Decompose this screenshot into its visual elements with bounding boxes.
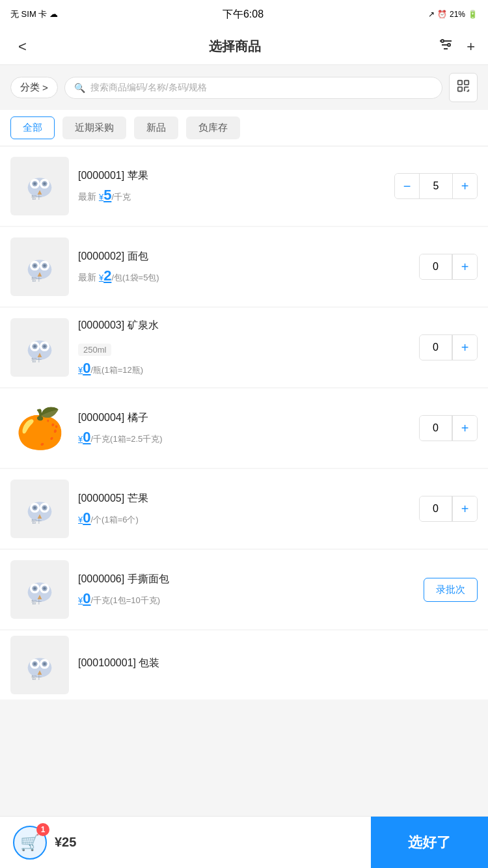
svg-point-17 [33, 182, 36, 185]
page-title: 选择商品 [209, 38, 261, 55]
tab-new[interactable]: 新品 [134, 116, 178, 139]
svg-point-36 [43, 345, 46, 347]
product-info: [000100001] 包装 [78, 657, 478, 674]
product-name: [0000003] 矿泉水 [78, 319, 410, 332]
list-item: 智十 [0000006] 手撕面包 ¥0/千克(1包=10千克) 录批次 [0, 550, 488, 629]
chevron-right-icon: > [42, 82, 48, 93]
product-thumbnail: 智十 [10, 636, 69, 694]
increase-button[interactable]: + [452, 174, 477, 198]
svg-rect-7 [458, 87, 462, 91]
bottom-bar: 🛒 1 ¥25 选好了 [0, 816, 488, 868]
quantity-input[interactable] [420, 496, 452, 521]
svg-point-26 [33, 264, 36, 267]
svg-rect-6 [465, 81, 468, 85]
status-time: 下午6:08 [223, 8, 264, 21]
list-item: 智十 [000100001] 包装 [0, 631, 488, 699]
svg-text:智十: 智十 [31, 357, 42, 363]
quantity-control: + [419, 254, 478, 280]
svg-text:智十: 智十 [31, 519, 42, 524]
product-price: 最新 ¥2/包(1袋=5包) [78, 267, 410, 284]
status-bar: 无 SIM 卡 ☁ 下午6:08 ↗ ⏰ 21% 🔋 [0, 0, 488, 29]
product-price: ¥0/瓶(1箱=12瓶) [78, 360, 410, 377]
increase-button[interactable]: + [452, 496, 477, 521]
increase-button[interactable]: + [452, 254, 477, 279]
search-icon: 🔍 [74, 83, 85, 93]
alarm-icon: ⏰ [437, 10, 447, 19]
tab-negative[interactable]: 负库存 [186, 116, 240, 139]
product-info: [0000001] 苹果 最新 ¥5/千克 [78, 169, 385, 204]
tab-recent[interactable]: 近期采购 [62, 116, 126, 139]
nav-bar: < 选择商品 + [0, 29, 488, 65]
svg-text:智十: 智十 [31, 675, 42, 681]
svg-point-62 [33, 662, 36, 665]
list-item: 智十 [0000001] 苹果 最新 ¥5/千克 − + [0, 146, 488, 226]
svg-point-45 [43, 506, 46, 509]
svg-point-27 [43, 264, 46, 267]
batch-button[interactable]: 录批次 [424, 578, 478, 602]
cart-total: ¥25 [55, 835, 76, 850]
nav-actions: + [438, 37, 475, 57]
list-item: 智十 [0000005] 芒果 ¥0/个(1箱=6个) + [0, 469, 488, 549]
scan-button[interactable] [449, 73, 478, 102]
quantity-control: + [419, 415, 478, 441]
cart-icon: 🛒 [20, 834, 40, 852]
cart-icon-wrap[interactable]: 🛒 1 [13, 826, 47, 860]
product-price: ¥0/个(1箱=6个) [78, 509, 410, 526]
sim-status: 无 SIM 卡 ☁ [10, 8, 58, 20]
product-name: [0000004] 橘子 [78, 411, 410, 425]
product-name: [0000001] 苹果 [78, 169, 385, 183]
svg-point-54 [43, 587, 46, 590]
svg-point-44 [33, 506, 36, 509]
increase-button[interactable]: + [452, 416, 477, 441]
confirm-button[interactable]: 选好了 [371, 817, 488, 869]
product-thumbnail: 智十 [10, 318, 69, 377]
location-icon: ↗ [428, 10, 435, 19]
product-thumbnail: 智十 [10, 560, 69, 619]
quantity-input[interactable] [420, 174, 452, 198]
quantity-input[interactable] [420, 254, 452, 279]
quantity-input[interactable] [420, 335, 452, 360]
tab-all[interactable]: 全部 [10, 116, 55, 139]
product-info: [0000003] 矿泉水 250ml ¥0/瓶(1箱=12瓶) [78, 319, 410, 377]
filter-icon[interactable] [438, 37, 454, 57]
list-item: 智十 [0000002] 面包 最新 ¥2/包(1袋=5包) + [0, 227, 488, 306]
decrease-button[interactable]: − [395, 174, 420, 198]
add-button[interactable]: + [467, 38, 475, 55]
product-thumbnail: 智十 [10, 480, 69, 538]
owl-icon: 智十 [23, 169, 56, 204]
product-info: [0000004] 橘子 ¥0/千克(1箱=2.5千克) [78, 411, 410, 446]
quantity-input[interactable] [420, 416, 452, 441]
product-price: ¥0/千克(1箱=2.5千克) [78, 429, 410, 446]
status-left: 无 SIM 卡 ☁ [10, 8, 58, 20]
product-name: [0000006] 手撕面包 [78, 573, 414, 586]
svg-point-4 [448, 44, 450, 46]
product-info: [0000005] 芒果 ¥0/个(1箱=6个) [78, 492, 410, 526]
category-button[interactable]: 分类 > [10, 77, 58, 98]
svg-point-18 [43, 182, 46, 185]
product-info: [0000006] 手撕面包 ¥0/千克(1包=10千克) [78, 573, 414, 607]
quantity-control: + [419, 496, 478, 522]
list-item: 智十 [0000003] 矿泉水 250ml ¥0/瓶(1箱=12瓶) + [0, 308, 488, 387]
product-name: [0000002] 面包 [78, 250, 410, 264]
product-name: [0000005] 芒果 [78, 492, 410, 506]
product-info: [0000002] 面包 最新 ¥2/包(1袋=5包) [78, 250, 410, 284]
product-spec: 250ml [78, 344, 111, 356]
svg-text:智十: 智十 [31, 194, 42, 200]
svg-rect-5 [458, 81, 462, 85]
svg-point-35 [33, 345, 36, 347]
product-thumbnail: 智十 [10, 157, 69, 215]
product-thumbnail: 🍊 [10, 399, 69, 457]
svg-point-3 [441, 40, 444, 42]
back-button[interactable]: < [13, 33, 32, 61]
svg-text:智十: 智十 [31, 277, 42, 282]
quantity-control: − + [394, 173, 478, 199]
quantity-control: + [419, 334, 478, 360]
increase-button[interactable]: + [452, 335, 477, 360]
status-right: ↗ ⏰ 21% 🔋 [428, 10, 478, 19]
product-list: 智十 [0000001] 苹果 最新 ¥5/千克 − + [0, 146, 488, 699]
cart-badge: 1 [36, 823, 49, 836]
search-box[interactable]: 🔍 搜索商品编码/名称/条码/规格 [64, 77, 442, 99]
product-thumbnail: 智十 [10, 237, 69, 296]
tab-bar: 全部 近期采购 新品 负库存 [0, 110, 488, 146]
svg-text:智十: 智十 [31, 599, 42, 605]
